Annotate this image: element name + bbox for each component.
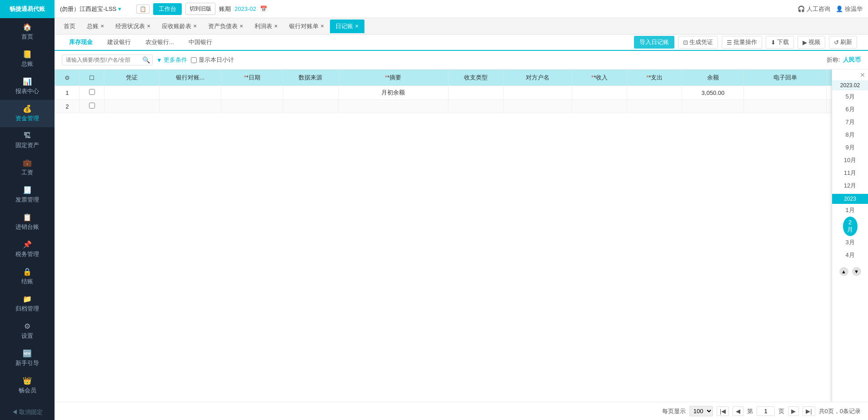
tab-home[interactable]: 首页 bbox=[58, 20, 81, 33]
filter-button[interactable]: ▼ 更多条件 bbox=[156, 56, 187, 64]
date-next-button[interactable]: ▼ bbox=[852, 267, 861, 276]
row2-check[interactable] bbox=[80, 100, 104, 113]
column-type: 收支类型 bbox=[448, 70, 503, 86]
batch-icon: ☰ bbox=[727, 39, 732, 46]
tab-receivable-close[interactable]: ✕ bbox=[193, 24, 197, 29]
refresh-button[interactable]: ↺ 刷新 bbox=[829, 36, 857, 49]
workspace-button[interactable]: 工作台 bbox=[153, 3, 182, 15]
sub-tabs: 库存现金 建设银行 农业银行... 中国银行 导入日记账 ⊡ 生成凭证 ☰ 批量… bbox=[55, 35, 868, 51]
import-journal-button[interactable]: 导入日记账 bbox=[634, 36, 674, 49]
page-number-input[interactable] bbox=[757, 406, 775, 416]
row1-voucher bbox=[104, 86, 159, 100]
home-icon: 🏠 bbox=[23, 23, 32, 31]
sidebar-item-settings[interactable]: ⚙ 设置 bbox=[0, 317, 55, 345]
tab-profit[interactable]: 利润表 ✕ bbox=[249, 20, 284, 33]
calendar-icon[interactable]: 📅 bbox=[260, 5, 267, 12]
tab-journal[interactable]: 日记账 ✕ bbox=[330, 20, 364, 33]
sidebar-pin-toggle[interactable]: ◀ 取消固定 bbox=[0, 405, 55, 420]
next-page-button[interactable]: ▶ bbox=[788, 406, 799, 416]
generate-icon: ⊡ bbox=[683, 39, 688, 46]
date-month-8[interactable]: 8月 bbox=[832, 128, 868, 141]
sub-tab-cash[interactable]: 库存现金 bbox=[62, 35, 100, 51]
date-month-4[interactable]: 4月 bbox=[832, 249, 868, 262]
first-page-button[interactable]: |◀ bbox=[717, 406, 729, 416]
row2-bank bbox=[160, 100, 221, 113]
user-profile[interactable]: 👤 徐温华 bbox=[836, 5, 863, 13]
oldversion-button[interactable]: 切到旧版 bbox=[185, 3, 215, 15]
sidebar-item-guide[interactable]: 🆕 新手引导 bbox=[0, 345, 55, 372]
sub-tab-agriculture[interactable]: 农业银行... bbox=[138, 35, 181, 50]
customer-service-link[interactable]: 🎧 人工咨询 bbox=[798, 5, 830, 13]
sidebar-item-close[interactable]: 🔒 结账 bbox=[0, 263, 55, 290]
sidebar-item-home[interactable]: 🏠 首页 bbox=[0, 18, 55, 45]
tab-ledger-close[interactable]: ✕ bbox=[100, 24, 104, 29]
date-month-2-active[interactable]: 2月 bbox=[843, 217, 858, 236]
tab-receivable[interactable]: 应收账龄表 ✕ bbox=[156, 20, 203, 33]
tab-journal-close[interactable]: ✕ bbox=[355, 24, 359, 29]
sub-tab-construction[interactable]: 建设银行 bbox=[100, 35, 138, 50]
copy-button[interactable]: 📋 bbox=[136, 5, 150, 14]
sub-tab-china[interactable]: 中国银行 bbox=[181, 35, 219, 50]
sidebar-item-salary[interactable]: 💼 工资 bbox=[0, 154, 55, 181]
column-settings-icon[interactable]: ⚙ bbox=[55, 70, 80, 86]
date-month-6[interactable]: 6月 bbox=[832, 103, 868, 116]
row1-efile bbox=[744, 86, 827, 100]
date-month-12[interactable]: 12月 bbox=[832, 179, 868, 192]
date-month-11[interactable]: 11月 bbox=[832, 167, 868, 179]
date-current-year-badge: 2023 bbox=[832, 194, 868, 204]
tab-assets[interactable]: 资产负债表 ✕ bbox=[203, 20, 249, 33]
sidebar-item-invoice[interactable]: 🧾 发票管理 bbox=[0, 181, 55, 208]
sidebar-item-member[interactable]: 👑 畅会员 bbox=[0, 372, 55, 399]
date-panel-close-button[interactable]: ✕ bbox=[832, 69, 868, 80]
download-button[interactable]: ⬇ 下载 bbox=[766, 36, 794, 49]
column-voucher: 凭证 bbox=[104, 70, 159, 86]
tab-bank-statement[interactable]: 银行对账单 ✕ bbox=[284, 20, 330, 33]
table-header-row: ⚙ ☐ 凭证 银行对账... **日期 数据来源 **摘要 收支类型 bbox=[55, 70, 868, 86]
date-month-1[interactable]: 1月 bbox=[832, 204, 868, 217]
row2-type bbox=[448, 100, 503, 113]
date-month-9[interactable]: 9月 bbox=[832, 141, 868, 154]
row2-checkbox[interactable] bbox=[89, 103, 95, 109]
row1-num: 1 bbox=[55, 86, 80, 100]
tab-business-close[interactable]: ✕ bbox=[147, 24, 150, 29]
tab-profit-close[interactable]: ✕ bbox=[274, 24, 278, 29]
tab-bank-close[interactable]: ✕ bbox=[320, 24, 324, 29]
per-page-select[interactable]: 100 50 200 bbox=[689, 406, 713, 416]
date-prev-button[interactable]: ▲ bbox=[839, 267, 848, 276]
daily-subtotal-checkbox[interactable] bbox=[191, 57, 197, 63]
row1-checkbox[interactable] bbox=[89, 89, 95, 95]
sub-tabs-actions: 导入日记账 ⊡ 生成凭证 ☰ 批量操作 ⬇ 下载 ▶ 视频 bbox=[634, 36, 861, 49]
sidebar-item-capital[interactable]: 💰 资金管理 bbox=[0, 100, 55, 127]
date-month-10[interactable]: 10月 bbox=[832, 154, 868, 167]
row2-other bbox=[503, 100, 572, 113]
tab-ledger[interactable]: 总账 ✕ bbox=[81, 20, 110, 33]
video-icon: ▶ bbox=[803, 39, 807, 46]
search-icon-button[interactable]: 🔍 bbox=[142, 56, 150, 64]
generate-voucher-button[interactable]: ⊡ 生成凭证 bbox=[678, 36, 718, 49]
prev-page-button[interactable]: ◀ bbox=[733, 406, 743, 416]
sidebar-item-reports[interactable]: 📊 报表中心 bbox=[0, 73, 55, 100]
tab-business[interactable]: 经营状况表 ✕ bbox=[110, 20, 156, 33]
date-month-7[interactable]: 7月 bbox=[832, 116, 868, 128]
date-month-3[interactable]: 3月 bbox=[832, 236, 868, 249]
daily-subtotal-checkbox-label[interactable]: 显示本日小计 bbox=[191, 56, 234, 64]
date-month-5[interactable]: 5月 bbox=[832, 90, 868, 103]
last-page-button[interactable]: ▶| bbox=[803, 406, 815, 416]
batch-operation-button[interactable]: ☰ 批量操作 bbox=[722, 36, 762, 49]
company-selector[interactable]: (勿册）江西超宝-LSS ▾ bbox=[60, 5, 133, 13]
date-months-prev: 5月 6月 7月 8月 9月 10月 11月 12月 bbox=[832, 90, 868, 192]
column-check[interactable]: ☐ bbox=[80, 70, 104, 86]
search-input[interactable] bbox=[62, 54, 153, 65]
tab-assets-close[interactable]: ✕ bbox=[239, 24, 243, 29]
sidebar-item-purchase[interactable]: 📋 进销台账 bbox=[0, 208, 55, 236]
video-button[interactable]: ▶ 视频 bbox=[798, 36, 825, 49]
member-icon: 👑 bbox=[23, 376, 32, 385]
row2-balance bbox=[682, 100, 744, 113]
sidebar-item-assets[interactable]: 🏗 固定资产 bbox=[0, 127, 55, 154]
search-wrap: 🔍 bbox=[62, 54, 153, 65]
sidebar-item-tax[interactable]: 📌 税务管理 bbox=[0, 236, 55, 263]
currency-selector: 折称: 人民币 bbox=[827, 56, 861, 64]
sidebar-item-ledger[interactable]: 📒 总账 bbox=[0, 45, 55, 73]
row1-check[interactable] bbox=[80, 86, 104, 100]
sidebar-item-archive[interactable]: 📁 归档管理 bbox=[0, 290, 55, 317]
